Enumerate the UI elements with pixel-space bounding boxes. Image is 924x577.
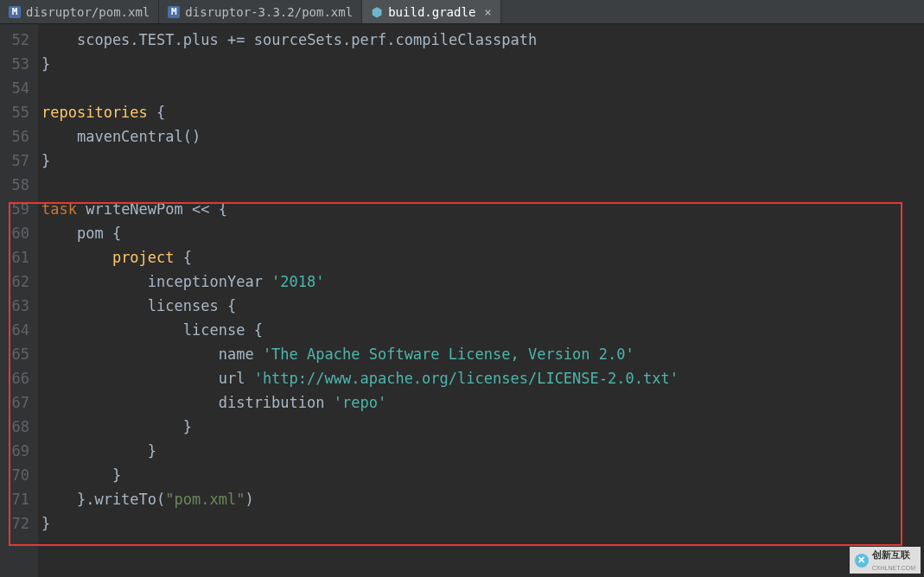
code-token: } [41,418,192,435]
line-number: 52 [5,28,29,52]
code-token: . [175,31,183,48]
code-token: } [41,55,50,73]
code-line[interactable]: } [38,415,924,439]
line-number: 68 [5,415,29,439]
code-token: scopes [41,31,130,48]
watermark-icon: ✕ [855,554,869,567]
code-token: . [386,31,395,48]
code-line[interactable]: mavenCentral() [38,124,924,149]
line-number: 66 [5,366,29,390]
code-line[interactable]: project { [38,245,924,269]
watermark: ✕ 创新互联 CXHLNET.COM [850,547,921,574]
code-token: 'The Apache Software License, Version 2.… [263,346,634,363]
code-token: perf [351,31,386,48]
code-token: { [112,225,121,242]
line-number: 56 [5,124,29,149]
code-token: mavenCentral() [41,128,201,145]
code-line[interactable]: repositories { [38,100,924,124]
code-token: licenses [41,297,227,314]
tab-label: disruptor/pom.xml [26,5,150,19]
code-editor-area[interactable]: scopes.TEST.plus += sourceSets.perf.comp… [38,24,924,577]
code-token: 'repo' [334,394,386,411]
xml-file-icon: M [9,6,21,18]
line-number: 55 [5,100,29,124]
tab-disruptor-332-pom[interactable]: M disruptor-3.3.2/pom.xml [159,0,362,23]
code-line[interactable] [38,76,924,100]
line-number: 57 [5,149,29,173]
code-line[interactable]: } [38,511,924,536]
code-token: { [156,104,165,121]
code-token: += [227,31,254,48]
code-token: "pom.xml" [165,491,245,508]
code-line[interactable]: } [38,439,924,463]
code-token: pom [41,225,112,242]
tab-label: disruptor-3.3.2/pom.xml [185,5,353,19]
line-number: 60 [5,221,29,245]
code-line[interactable]: } [38,149,924,173]
code-token: { [254,321,263,339]
code-token [41,249,112,266]
code-line[interactable]: license { [38,318,924,342]
code-token: 'http://www.apache.org/licenses/LICENSE-… [254,370,679,387]
code-token: url [41,370,254,387]
code-line[interactable]: scopes.TEST.plus += sourceSets.perf.comp… [38,28,924,52]
code-line[interactable]: url 'http://www.apache.org/licenses/LICE… [38,366,924,390]
line-number: 54 [5,76,29,100]
code-token: repositories [41,104,156,121]
code-token: . [342,31,351,48]
line-number: 67 [5,390,29,415]
code-token: inceptionYear [41,273,271,290]
gradle-file-icon: ⬢ [371,6,383,18]
tab-disruptor-pom[interactable]: M disruptor/pom.xml [0,0,159,23]
line-number: 61 [5,245,29,269]
code-line[interactable]: pom { [38,221,924,245]
line-number: 63 [5,294,29,318]
code-line[interactable] [38,173,924,197]
code-token: ) [245,491,253,508]
line-number: 62 [5,269,29,294]
code-line[interactable]: } [38,52,924,76]
code-token: compileClasspath [396,31,538,48]
line-number: 71 [5,487,29,511]
tab-build-gradle[interactable]: ⬢ build.gradle × [362,0,501,23]
close-icon[interactable]: × [484,5,491,19]
code-token: plus [183,31,227,48]
code-token: } [41,466,121,484]
code-token: task [41,200,86,218]
tab-bar: M disruptor/pom.xml M disruptor-3.3.2/po… [0,0,924,24]
code-line[interactable]: }.writeTo("pom.xml") [38,487,924,511]
code-token: . [130,31,138,48]
line-number-gutter: 5253545556575859606162636465666768697071… [0,24,38,577]
code-token: writeNewPom [86,200,192,218]
line-number: 69 [5,439,29,463]
code-token: }.writeTo( [41,491,165,508]
code-token: { [219,200,227,218]
line-number: 65 [5,342,29,366]
line-number: 72 [5,511,29,536]
code-token: } [41,442,156,460]
code-line[interactable]: } [38,463,924,487]
code-token: '2018' [271,273,324,290]
watermark-sub: CXHLNET.COM [872,565,915,571]
editor: 5253545556575859606162636465666768697071… [0,24,924,577]
watermark-text: 创新互联 [872,549,910,560]
line-number: 53 [5,52,29,76]
line-number: 70 [5,463,29,487]
code-token: name [41,346,263,363]
code-token: sourceSets [254,31,342,48]
line-number: 59 [5,197,29,221]
code-line[interactable]: name 'The Apache Software License, Versi… [38,342,924,366]
code-token: license [41,321,254,339]
code-line[interactable]: distribution 'repo' [38,390,924,415]
code-line[interactable]: licenses { [38,294,924,318]
line-number: 58 [5,173,29,197]
line-number: 64 [5,318,29,342]
code-line[interactable]: inceptionYear '2018' [38,269,924,294]
code-line[interactable]: task writeNewPom << { [38,197,924,221]
code-token: distribution [41,394,334,411]
code-token: { [183,249,192,266]
code-token: { [227,297,236,314]
tab-label: build.gradle [388,5,475,19]
code-token: << [192,200,219,218]
code-token: } [41,515,50,532]
